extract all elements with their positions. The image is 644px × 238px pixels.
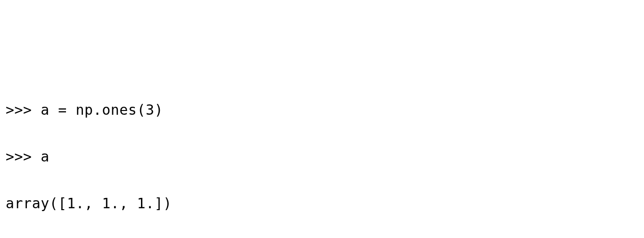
repl-line: array([1., 1., 1.])	[6, 192, 638, 215]
repl-line: >>> a	[6, 145, 638, 169]
repl-line: >>> a = np.ones(3)	[6, 98, 638, 122]
